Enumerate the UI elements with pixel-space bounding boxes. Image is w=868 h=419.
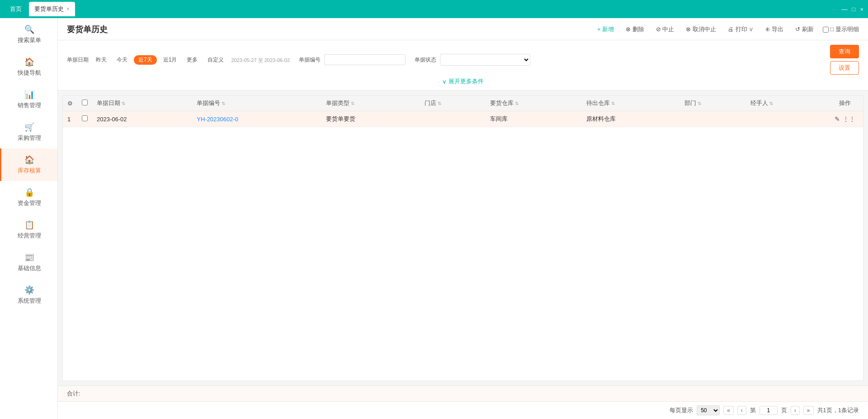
search-icon: 🔍 [24,24,34,34]
sysconfig-icon: ⚙️ [24,285,34,295]
next-page-btn[interactable]: › [791,406,800,415]
sales-icon: 📊 [24,90,34,100]
close-btn[interactable]: × [860,6,863,13]
date-range-text: 2023-05-27 至 2023-06-02 [231,57,290,64]
tab-doc-history[interactable]: 要货单历史 × [29,2,75,16]
refresh-button[interactable]: ↺ 刷新 [793,24,816,35]
sort-dest-wh-icon: ⇅ [611,101,615,106]
cell-checkbox[interactable] [77,111,92,127]
select-all-checkbox[interactable] [82,100,88,105]
sidebar-item-sales[interactable]: 📊 销售管理 [0,83,57,116]
col-req-warehouse[interactable]: 要货仓库 ⇅ [486,95,581,111]
cell-doc-type: 要货单要货 [321,111,420,127]
col-dest-warehouse[interactable]: 待出仓库 ⇅ [582,95,680,111]
col-doc-date[interactable]: 单据日期 ⇅ [92,95,192,111]
docno-filter-input[interactable] [324,54,406,65]
expand-more-btn[interactable]: ∨ 展开更多条件 [67,77,859,86]
col-settings[interactable]: ⚙ [63,95,77,111]
new-button[interactable]: + 新增 [594,24,617,35]
sidebar-item-quicknav[interactable]: 🏠 快捷导航 [0,51,57,83]
col-department[interactable]: 部门 ⇅ [680,95,746,111]
data-table: ⚙ 单据日期 ⇅ 单据编号 [63,95,863,127]
per-page-select[interactable]: 50 10 20 100 [697,405,720,415]
docno-filter-label: 单据编号 [299,56,321,64]
home-icon: 🏠 [24,57,34,67]
settings-button[interactable]: 设置 [830,61,859,75]
col-checkbox[interactable] [77,95,92,111]
last-page-btn[interactable]: » [803,406,814,415]
col-doc-no[interactable]: 单据编号 ⇅ [192,95,321,111]
sidebar-item-inventory[interactable]: 🏠 库存核算 [0,148,57,181]
export-button[interactable]: ⊕ 导出 [763,24,786,35]
maximize-btn[interactable]: □ [852,6,856,13]
cancel-stop-button[interactable]: ⊗ 取消中止 [683,24,719,35]
date-btn-1month[interactable]: 近1月 [160,55,181,65]
table-header-row: ⚙ 单据日期 ⇅ 单据编号 [63,95,863,111]
cell-doc-date: 2023-06-02 [92,111,192,127]
doc-no-link[interactable]: YH-20230602-0 [197,116,238,123]
sort-doc-no-icon: ⇅ [222,101,225,106]
cell-store [420,111,486,127]
display-cell-button[interactable]: □ 显示明细 [823,25,859,33]
page-title-row: 要货单历史 + 新增 ⊗ 删除 ⊘ 中止 ⊗ 取消中止 🖨 打 [67,24,859,35]
main-layout: 🔍 搜索菜单 🏠 快捷导航 📊 销售管理 🛒 采购管理 🏠 库存核算 🔒 资金管… [0,18,868,419]
sidebar-item-purchase[interactable]: 🛒 采购管理 [0,116,57,148]
delete-button[interactable]: ⊗ 删除 [623,24,647,35]
sidebar-item-operations[interactable]: 📋 经营管理 [0,214,57,246]
stop-button[interactable]: ⊘ 中止 [653,24,677,35]
cell-req-warehouse: 车间库 [486,111,581,127]
cell-department [680,111,746,127]
total-label: 共1页，1条记录 [817,406,859,414]
filter-group-date: 单据日期 昨天 今天 近7天 近1月 更多 自定义 2023-05-27 至 2… [67,55,290,65]
expand-chevron-icon: ∨ [442,78,447,85]
inventory-icon: 🏠 [24,155,34,165]
date-filter-label: 单据日期 [67,56,89,64]
page-input[interactable] [760,406,778,415]
more-icon[interactable]: ⋮⋮ [843,115,855,123]
status-filter-select[interactable] [440,54,530,66]
operations-icon: 📋 [24,220,34,230]
row-checkbox[interactable] [82,115,88,121]
purchase-icon: 🛒 [24,122,34,132]
stop-label: ⊘ 中止 [656,25,675,33]
content-area: 要货单历史 + 新增 ⊗ 删除 ⊘ 中止 ⊗ 取消中止 🖨 打 [58,18,868,419]
col-store[interactable]: 门店 ⇅ [420,95,486,111]
cell-doc-no[interactable]: YH-20230602-0 [192,111,321,127]
sort-handler-icon: ⇅ [769,101,773,106]
filter-group-docno: 单据编号 [299,54,406,65]
page-title: 要货单历史 [67,24,108,35]
sidebar-label-sales: 销售管理 [18,101,41,110]
first-page-btn[interactable]: « [723,406,734,415]
filter-group-status: 单据状态 [415,54,530,66]
col-settings-icon: ⚙ [67,100,73,107]
display-cell-checkbox[interactable] [823,27,829,33]
tab-home-label: 首页 [10,5,22,13]
cell-dest-warehouse: 原材料仓库 [582,111,680,127]
new-label: + 新增 [597,25,614,33]
tab-home[interactable]: 首页 [5,2,27,16]
sidebar-label-operations: 经营管理 [18,232,41,240]
sidebar-item-finance[interactable]: 🔒 资金管理 [0,181,57,214]
col-doc-type[interactable]: 单据类型 ⇅ [321,95,420,111]
date-btn-today[interactable]: 今天 [113,55,131,65]
date-btn-custom[interactable]: 自定义 [204,55,227,65]
print-button[interactable]: 🖨 打印 ∨ [725,24,756,35]
date-btn-more[interactable]: 更多 [183,55,201,65]
date-btn-yesterday[interactable]: 昨天 [92,55,110,65]
sidebar-item-search[interactable]: 🔍 搜索菜单 [0,18,57,51]
sidebar-item-baseinfo[interactable]: 📰 基础信息 [0,246,57,279]
tab-doc-history-label: 要货单历史 [34,5,64,13]
summary-label: 合计: [67,390,80,398]
prev-page-btn[interactable]: ‹ [737,406,746,415]
sidebar-label-finance: 资金管理 [18,199,41,207]
table-area: ⚙ 单据日期 ⇅ 单据编号 [62,95,863,381]
edit-icon[interactable]: ✎ [835,115,840,123]
query-button[interactable]: 查询 [830,45,859,58]
tab-close-icon[interactable]: × [66,6,70,12]
minimize-btn[interactable]: — [842,6,848,13]
cell-operation: ✎ ⋮⋮ [827,111,863,127]
table-head: ⚙ 单据日期 ⇅ 单据编号 [63,95,863,111]
sidebar-item-sysconfig[interactable]: ⚙️ 系统管理 [0,279,57,311]
col-handler[interactable]: 经手人 ⇅ [746,95,827,111]
date-btn-7days[interactable]: 近7天 [134,55,157,65]
